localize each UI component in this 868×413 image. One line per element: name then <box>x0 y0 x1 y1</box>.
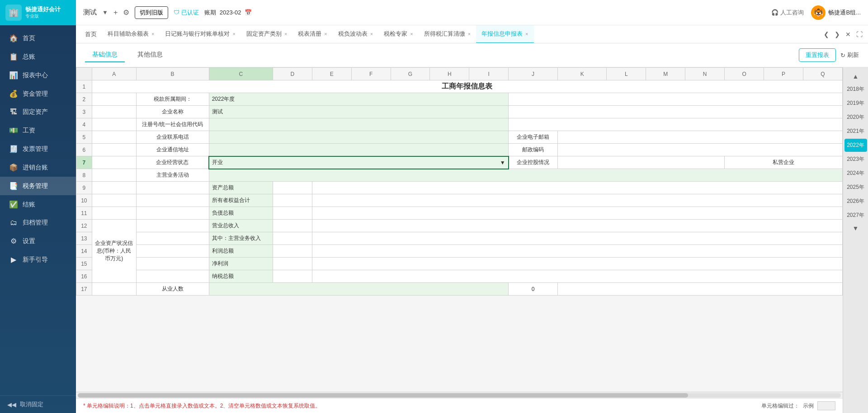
reset-button[interactable]: 重置报表 <box>799 48 836 62</box>
sidebar-item-进销台账[interactable]: 📦 进销台账 <box>0 158 76 177</box>
cell-14-c[interactable]: 利润总额 <box>209 245 273 258</box>
cell-3-b[interactable]: 企业名称 <box>136 106 209 118</box>
cell-7-o[interactable]: 私营企业 <box>725 156 843 169</box>
year-item-2022年[interactable]: 2022年 <box>844 139 867 152</box>
cell-7-j[interactable]: 企业控股情况 <box>509 156 558 169</box>
cell-6-c[interactable] <box>209 144 509 156</box>
col-header-n[interactable]: N <box>685 68 725 80</box>
year-item-2020年[interactable]: 2020年 <box>844 111 867 124</box>
cell-5-k[interactable] <box>557 131 842 144</box>
cell-9-d[interactable] <box>273 182 312 194</box>
col-header-q[interactable]: Q <box>803 68 842 80</box>
col-header-i[interactable]: I <box>469 68 509 80</box>
cell-2-a[interactable] <box>92 93 136 106</box>
tab-assets[interactable]: 固定资产类别 × <box>241 25 292 43</box>
sub-tab-other[interactable]: 其他信息 <box>130 48 170 62</box>
cell-17-b[interactable]: 从业人数 <box>136 283 209 296</box>
cell-8-b[interactable]: 主营业务活动 <box>136 169 209 182</box>
refresh-button[interactable]: ↻ 刷新 <box>840 51 859 59</box>
tab-close-taxcheck[interactable]: × <box>410 31 413 37</box>
sidebar-item-发票管理[interactable]: 🧾 发票管理 <box>0 140 76 158</box>
tab-expand-btn[interactable]: ⛶ <box>854 30 864 39</box>
cell-5-a[interactable] <box>92 131 136 144</box>
tab-close-taxwave[interactable]: × <box>370 31 373 37</box>
cell-6-a[interactable] <box>92 144 136 156</box>
sidebar-item-首页[interactable]: 🏠 首页 <box>0 29 76 47</box>
cell-10-c[interactable]: 所有者权益合计 <box>209 194 273 207</box>
cell-11-a[interactable] <box>92 207 136 220</box>
cell-13-c[interactable]: 其中：主营业务收入 <box>209 232 273 245</box>
tab-taxlist[interactable]: 税表清册 × <box>292 25 332 43</box>
tab-close-taxcalc[interactable]: × <box>468 31 471 37</box>
cell-15-d[interactable] <box>273 258 312 270</box>
service-button[interactable]: 🎧 人工咨询 <box>771 9 804 17</box>
cell-6-b[interactable]: 企业通信地址 <box>136 144 209 156</box>
panel-down-arrow[interactable]: ▼ <box>851 223 861 234</box>
cell-11-d[interactable] <box>273 207 312 220</box>
tab-taxcheck[interactable]: 税检专家 × <box>378 25 418 43</box>
col-header-h[interactable]: H <box>430 68 469 80</box>
col-header-b[interactable]: B <box>136 68 209 80</box>
cell-17-c[interactable] <box>209 283 509 296</box>
cell-3-a[interactable] <box>92 106 136 118</box>
cell-4-b[interactable]: 注册号/统一社会信用代码 <box>136 118 209 131</box>
tab-close-taxlist[interactable]: × <box>324 31 327 37</box>
cell-17-j[interactable]: 0 <box>509 283 558 296</box>
cell-9-a[interactable] <box>92 182 136 194</box>
col-header-c[interactable]: C <box>209 68 273 80</box>
col-header-l[interactable]: L <box>607 68 646 80</box>
tab-journal[interactable]: 日记账与银行对账单核对 × <box>160 25 241 43</box>
tab-next-btn[interactable]: ❯ <box>833 30 842 39</box>
cell-1-title[interactable]: 工商年报信息表 <box>92 80 842 93</box>
tab-close-assets[interactable]: × <box>284 31 287 37</box>
cell-4-a[interactable] <box>92 118 136 131</box>
sidebar-item-固定资产[interactable]: 🏗 固定资产 <box>0 103 76 121</box>
sidebar-item-归档管理[interactable]: 🗂 归档管理 <box>0 214 76 232</box>
cell-4-c[interactable] <box>209 118 509 131</box>
year-item-2018年[interactable]: 2018年 <box>844 83 867 96</box>
add-button[interactable]: + <box>113 9 118 17</box>
cell-11-b[interactable] <box>136 207 209 220</box>
cell-2-c[interactable]: 2022年度 <box>209 93 509 106</box>
cell-17-a[interactable] <box>92 283 136 296</box>
cell-12-d[interactable] <box>273 220 312 232</box>
col-header-f[interactable]: F <box>351 68 391 80</box>
sheet-hscrollbar[interactable] <box>76 392 843 398</box>
old-version-button[interactable]: 切到旧版 <box>135 6 168 19</box>
cell-10-d[interactable] <box>273 194 312 207</box>
cell-3-c[interactable]: 测试 <box>209 106 509 118</box>
cell-16-d[interactable] <box>273 270 312 283</box>
year-item-2026年[interactable]: 2026年 <box>844 195 867 208</box>
sidebar-item-税务管理[interactable]: 📑 税务管理 <box>0 177 76 195</box>
cell-7-a[interactable] <box>92 156 136 169</box>
sidebar-item-新手引导[interactable]: ▶ 新手引导 <box>0 250 76 269</box>
year-item-2027年[interactable]: 2027年 <box>844 209 867 222</box>
cell-12-b[interactable] <box>136 220 209 232</box>
cell-9-b[interactable] <box>136 182 209 194</box>
company-dropdown-icon[interactable]: ▼ <box>102 9 108 16</box>
cell-5-c[interactable] <box>209 131 509 144</box>
cell-10-b[interactable] <box>136 194 209 207</box>
cell-6-j[interactable]: 邮政编码 <box>509 144 558 156</box>
settings-button[interactable]: ⚙ <box>123 8 129 17</box>
year-item-2024年[interactable]: 2024年 <box>844 167 867 180</box>
col-header-g[interactable]: G <box>391 68 430 80</box>
tab-prev-btn[interactable]: ❮ <box>822 30 831 39</box>
calendar-icon[interactable]: 📅 <box>245 9 252 16</box>
cell-15-c[interactable]: 净利润 <box>209 258 273 270</box>
col-header-k[interactable]: K <box>557 68 607 80</box>
cell-16-c[interactable]: 纳税总额 <box>209 270 273 283</box>
cell-8-a[interactable] <box>92 169 136 182</box>
dropdown-arrow[interactable]: ▼ <box>500 160 505 166</box>
sidebar-unpin[interactable]: ◀◀ 取消固定 <box>0 395 76 413</box>
cell-14-b[interactable] <box>136 245 209 258</box>
cell-12-a-merged[interactable]: 企业资产状况信息(币种：人民币万元) <box>92 220 136 283</box>
year-item-2019年[interactable]: 2019年 <box>844 97 867 110</box>
tab-taxwave[interactable]: 税负波动表 × <box>333 25 378 43</box>
tab-close-annual[interactable]: × <box>525 31 528 37</box>
year-item-2025年[interactable]: 2025年 <box>844 181 867 194</box>
cell-5-j[interactable]: 企业电子邮箱 <box>509 131 558 144</box>
cell-13-d[interactable] <box>273 232 312 245</box>
tab-subject[interactable]: 科目辅助余额表 × <box>102 25 160 43</box>
sidebar-item-报表中心[interactable]: 📊 报表中心 <box>0 66 76 84</box>
